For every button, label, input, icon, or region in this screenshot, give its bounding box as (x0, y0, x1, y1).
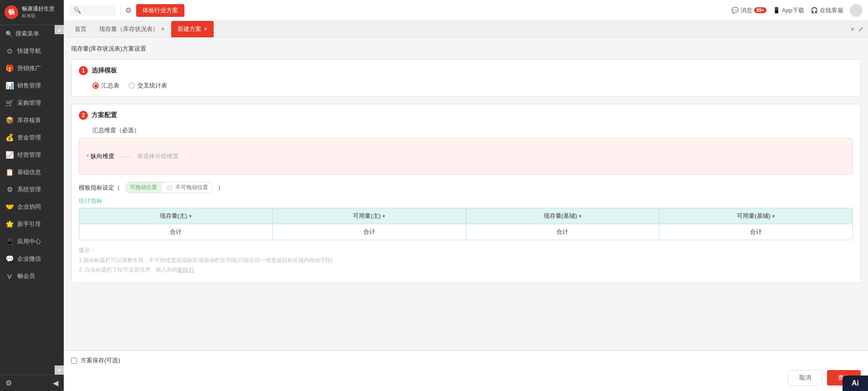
headset-icon: 🎧 (811, 7, 818, 14)
main-area: 🔍 ⚙ 体验行业方案 💬 消息 99+ 📱 App下载 🎧 在线客服 首页 (64, 0, 868, 391)
stats-col-1-label: 可用量(主) (353, 212, 381, 220)
topbar-right: 💬 消息 99+ 📱 App下载 🎧 在线客服 (731, 4, 863, 17)
stats-col-1-chevron: ▾ (383, 213, 385, 219)
toggle-non-draggable[interactable]: 不可拖动位置 (162, 182, 213, 193)
tip-1: 1.拖动标题栏可以调整布局，不可跨维度或指标区域拖动栏目字段(只能在同一维度或指… (79, 256, 853, 266)
required-mark: * (87, 153, 89, 160)
sidebar: 畅 畅康通好生意 标准版 🔍 搜索菜单 ⊙ 快捷导航 🎁 营销推广 📊 销售管理 (0, 0, 64, 391)
sidebar-item-app-center[interactable]: 📱 应用中心 (0, 233, 64, 250)
tab-new-plan-label: 新建方案 (178, 25, 201, 33)
save-option-label: 方案保存(可选) (81, 356, 120, 365)
logo-name: 畅康通好生意 (22, 5, 55, 13)
tab-new-plan[interactable]: 新建方案 × (171, 21, 214, 37)
indicator-toggle[interactable]: 可拖动位置 不可拖动位置 (125, 182, 213, 193)
step2-title: 方案配置 (92, 111, 117, 119)
app-center-icon: 📱 (5, 237, 14, 246)
operations-icon: 📈 (5, 151, 14, 159)
step2-badge: 2 (79, 111, 88, 120)
tip-2: 2. 点击标题栏下拉可设置排序、插入列和删除列 (79, 265, 853, 275)
stats-col-0-label: 现存量(主) (160, 212, 188, 220)
sidebar-item-finance[interactable]: 💰 资金管理 (0, 129, 64, 146)
sidebar-search-label: 搜索菜单 (15, 30, 39, 38)
sidebar-item-label: 新手引导 (17, 220, 41, 228)
radio-summary-label: 汇总表 (102, 82, 119, 90)
sidebar-item-system[interactable]: ⚙ 系统管理 (0, 181, 64, 198)
online-service-button[interactable]: 🎧 在线客服 (811, 6, 843, 15)
svg-rect-0 (166, 185, 173, 186)
stats-col-3[interactable]: 可用量(基辅) ▾ (659, 208, 853, 224)
topbar-divider (120, 6, 121, 15)
tab-expand-controls: × ⤢ (851, 26, 863, 33)
sidebar-item-label: 企业微信 (17, 255, 41, 263)
step1-section: 1 选择模板 汇总表 交叉统计表 (71, 59, 861, 97)
sidebar-item-enterprise-wx[interactable]: 💬 企业微信 (0, 250, 64, 268)
sidebar-item-inventory[interactable]: 📦 库存核算 (0, 112, 64, 129)
page-title: 现存量(库存状况表)方案设置 (71, 45, 861, 53)
collapse-tab-icon[interactable]: × (851, 26, 854, 33)
template-options: 汇总表 交叉统计表 (71, 82, 860, 96)
tab-home[interactable]: 首页 (68, 25, 93, 33)
member-icon: V (5, 272, 14, 280)
user-avatar[interactable] (850, 4, 863, 17)
sidebar-item-label: 资金管理 (17, 134, 41, 142)
tab-new-plan-close[interactable]: × (204, 26, 207, 32)
radio-summary[interactable]: 汇总表 (92, 82, 119, 90)
sidebar-item-enterprise[interactable]: 🤝 企业协同 (0, 198, 64, 216)
sidebar-item-marketing[interactable]: 🎁 营销推广 (0, 60, 64, 77)
stats-cell-2: 合计 (466, 224, 660, 240)
stats-cell-1: 合计 (273, 224, 466, 240)
stats-col-3-chevron: ▾ (772, 213, 775, 219)
content-area: 现存量(库存状况表)方案设置 1 选择模板 汇总表 交叉统计表 (64, 37, 868, 350)
search-icon: 🔍 (5, 31, 13, 37)
sidebar-search[interactable]: 🔍 搜索菜单 (0, 25, 64, 42)
messages-label: 消息 (740, 6, 752, 15)
logo-version: 标准版 (22, 13, 55, 19)
online-service-label: 在线客服 (820, 6, 843, 15)
messages-badge: 99+ (754, 7, 766, 13)
sidebar-item-label: 经营管理 (17, 151, 41, 159)
sidebar-item-label: 采购管理 (17, 99, 41, 107)
settings-icon[interactable]: ⚙ (5, 379, 12, 387)
sidebar-item-label: 应用中心 (17, 237, 41, 246)
app-download-button[interactable]: 📱 App下载 (773, 6, 804, 15)
indicator-close: ） (218, 184, 224, 192)
save-option: 方案保存(可选) (71, 356, 861, 365)
step2-section: 2 方案配置 汇总维度（必选） * 纵向维度 —— 请选择分组维度 模板指标设定… (71, 104, 861, 283)
topbar-search[interactable]: 🔍 (69, 5, 116, 15)
radio-cross[interactable]: 交叉统计表 (128, 82, 167, 90)
sidebar-scroll-up[interactable]: ▲ (55, 25, 64, 34)
ai-bubble[interactable]: Ai (842, 376, 868, 391)
sidebar-item-purchase[interactable]: 🛒 采购管理 (0, 94, 64, 112)
stats-col-2-label: 现存量(基辅) (544, 212, 577, 220)
sidebar-bottom: ⚙ ◀ (0, 375, 64, 391)
toggle-draggable[interactable]: 可拖动位置 (125, 182, 162, 193)
stats-col-2[interactable]: 现存量(基辅) ▾ (466, 208, 660, 224)
expand-tab-icon[interactable]: ⤢ (858, 26, 863, 33)
dimension-area[interactable]: * 纵向维度 —— 请选择分组维度 (79, 138, 853, 175)
messages-button[interactable]: 💬 消息 99+ (731, 6, 766, 15)
trial-button[interactable]: 体验行业方案 (136, 4, 184, 17)
collapse-icon[interactable]: ◀ (53, 379, 58, 387)
sidebar-item-label: 畅会员 (17, 272, 35, 280)
sidebar-item-sales[interactable]: 📊 销售管理 (0, 77, 64, 94)
save-checkbox[interactable] (71, 358, 77, 364)
enterprise-icon: 🤝 (5, 203, 14, 211)
sidebar-item-new-guide[interactable]: 🌟 新手引导 (0, 216, 64, 233)
stats-col-0[interactable]: 现存量(主) ▾ (79, 208, 273, 224)
tab-inventory[interactable]: 现存量（库存状况表） × (93, 21, 171, 37)
sidebar-logo: 畅 畅康通好生意 标准版 (0, 0, 64, 25)
tab-inventory-close[interactable]: × (161, 26, 164, 32)
step1-title: 选择模板 (92, 67, 117, 75)
topbar-search-icon: 🔍 (74, 7, 81, 14)
sidebar-item-quick-nav[interactable]: ⊙ 快捷导航 (0, 42, 64, 60)
sidebar-item-basic-info[interactable]: 📋 基础信息 (0, 164, 64, 181)
sidebar-scroll-down[interactable]: ▼ (55, 365, 64, 375)
topbar-gear-icon[interactable]: ⚙ (125, 6, 132, 15)
enterprise-wx-icon: 💬 (5, 255, 14, 263)
cancel-button[interactable]: 取消 (788, 370, 822, 386)
indicator-settings: 模板指标设定（ 可拖动位置 不可拖动位置 ） (71, 182, 860, 197)
stats-cell-3: 合计 (659, 224, 853, 240)
sidebar-item-member[interactable]: V 畅会员 (0, 268, 64, 285)
stats-col-1[interactable]: 可用量(主) ▾ (273, 208, 466, 224)
sidebar-item-operations[interactable]: 📈 经营管理 (0, 146, 64, 164)
